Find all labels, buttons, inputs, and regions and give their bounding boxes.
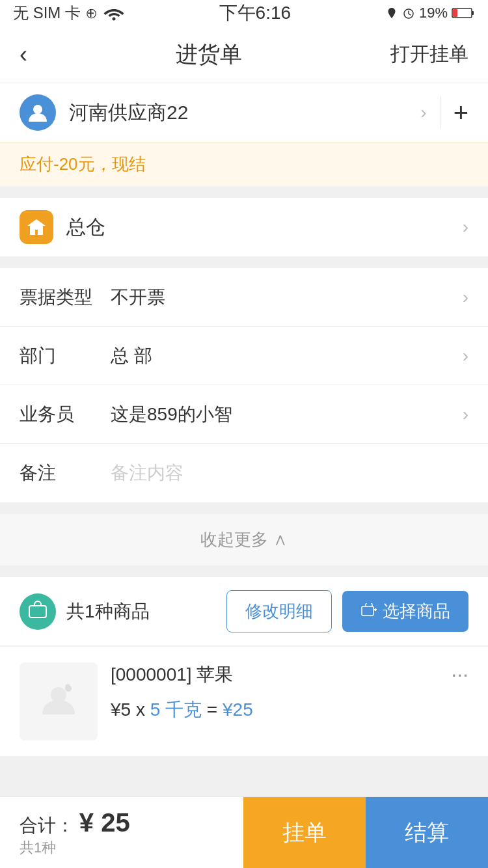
ticket-value: 不开票 <box>111 285 463 310</box>
unit-price: ¥5 <box>111 699 131 720</box>
product-count: 共1种商品 <box>66 599 216 624</box>
total-amount: ¥ 25 <box>79 808 130 837</box>
department-value: 总 部 <box>111 344 463 368</box>
notice-bar: 应付-20元，现结 <box>0 142 488 186</box>
battery-level: 19% <box>419 5 448 21</box>
multiply-sign: x <box>136 699 150 720</box>
product-title: 苹果 <box>197 664 233 685</box>
home-icon <box>26 217 47 237</box>
checkout-label: 结算 <box>405 818 449 848</box>
total-price: ¥25 <box>223 699 253 720</box>
remark-label: 备注 <box>20 461 111 485</box>
main-content: 河南供应商22 › + 应付-20元，现结 总仓 › 票据类型 不开票 › <box>0 83 488 841</box>
select-product-label: 选择商品 <box>383 600 450 623</box>
total-row: 合计： ¥ 25 <box>20 808 224 838</box>
user-icon <box>26 101 49 124</box>
total-label: 合计： <box>20 815 74 835</box>
supplier-name: 河南供应商22 <box>69 100 420 126</box>
back-button[interactable]: ‹ <box>20 41 27 68</box>
add-button[interactable]: + <box>454 98 468 128</box>
total-count: 共1种 <box>20 838 224 858</box>
chevron-right-icon: › <box>463 217 468 237</box>
product-price: ¥5 x 5 千克 = ¥25 <box>111 698 438 722</box>
status-left: 无 SIM 卡 ⊕ <box>13 3 125 23</box>
edit-detail-button[interactable]: 修改明细 <box>226 590 332 632</box>
supplier-avatar <box>20 94 56 131</box>
form-row-ticket[interactable]: 票据类型 不开票 › <box>0 268 488 327</box>
svg-rect-3 <box>453 9 457 17</box>
warehouse-row[interactable]: 总仓 › <box>0 198 488 256</box>
form-row-salesperson[interactable]: 业务员 这是859的小智 › <box>0 385 488 444</box>
svg-rect-6 <box>29 606 46 617</box>
status-time: 下午6:16 <box>219 1 291 25</box>
product-name: [0000001] 苹果 <box>111 662 438 687</box>
alarm-icon <box>402 7 415 20</box>
chevron-right-icon: › <box>463 287 468 308</box>
open-hang-button[interactable]: 打开挂单 <box>390 41 468 68</box>
department-label: 部门 <box>20 344 111 368</box>
equals-sign: = <box>207 699 223 720</box>
svg-rect-4 <box>472 11 474 15</box>
status-bar: 无 SIM 卡 ⊕ 下午6:16 19% <box>0 0 488 26</box>
hang-button[interactable]: 挂单 <box>243 797 366 869</box>
status-right: 19% <box>385 5 475 21</box>
sim-status: 无 SIM 卡 ⊕ <box>13 3 98 23</box>
product-thumbnail <box>20 662 98 740</box>
notice-text: 应付-20元，现结 <box>20 154 146 174</box>
product-info: [0000001] 苹果 ¥5 x 5 千克 = ¥25 <box>111 662 438 722</box>
unit: 千克 <box>165 699 202 720</box>
cart-add-icon <box>360 603 377 620</box>
product-code: [0000001] <box>111 664 192 685</box>
chevron-right-icon: › <box>463 404 468 425</box>
supplier-row[interactable]: 河南供应商22 › + <box>0 83 488 142</box>
quantity: 5 <box>150 699 161 720</box>
vertical-divider <box>440 96 441 129</box>
chevron-right-icon: › <box>420 102 426 123</box>
svg-point-0 <box>112 18 115 21</box>
product-image-placeholder <box>36 679 81 724</box>
location-icon <box>385 7 398 20</box>
checkout-button[interactable]: 结算 <box>366 797 488 869</box>
warehouse-name: 总仓 <box>66 214 463 241</box>
warehouse-section: 总仓 › <box>0 198 488 256</box>
form-section: 票据类型 不开票 › 部门 总 部 › 业务员 这是859的小智 › 备注 备注… <box>0 268 488 502</box>
chevron-right-icon: › <box>463 346 468 366</box>
products-section: 共1种商品 修改明细 选择商品 <box>0 577 488 756</box>
nav-bar: ‹ 进货单 打开挂单 <box>0 26 488 83</box>
salesperson-value: 这是859的小智 <box>111 402 463 427</box>
svg-rect-7 <box>362 606 373 616</box>
ticket-label: 票据类型 <box>20 285 111 310</box>
select-product-button[interactable]: 选择商品 <box>342 591 468 632</box>
total-area: 合计： ¥ 25 共1种 <box>0 808 243 858</box>
svg-point-5 <box>33 105 42 114</box>
salesperson-label: 业务员 <box>20 402 111 427</box>
product-item: [0000001] 苹果 ¥5 x 5 千克 = ¥25 ··· <box>0 647 488 756</box>
cart-icon <box>27 601 49 623</box>
supplier-section: 河南供应商22 › + 应付-20元，现结 <box>0 83 488 186</box>
product-section-icon <box>20 593 56 630</box>
more-options-button[interactable]: ··· <box>451 662 468 686</box>
page-title: 进货单 <box>176 40 242 70</box>
hang-label: 挂单 <box>282 818 327 848</box>
form-row-remark[interactable]: 备注 备注内容 <box>0 444 488 502</box>
collapse-label: 收起更多 ∧ <box>200 528 287 551</box>
warehouse-icon <box>20 210 53 244</box>
wifi-icon <box>103 5 125 21</box>
remark-placeholder: 备注内容 <box>111 461 468 485</box>
bottom-bar: 合计： ¥ 25 共1种 挂单 结算 <box>0 796 488 868</box>
form-row-department[interactable]: 部门 总 部 › <box>0 327 488 385</box>
product-header: 共1种商品 修改明细 选择商品 <box>0 577 488 645</box>
collapse-row[interactable]: 收起更多 ∧ <box>0 514 488 565</box>
battery-icon <box>452 7 475 19</box>
